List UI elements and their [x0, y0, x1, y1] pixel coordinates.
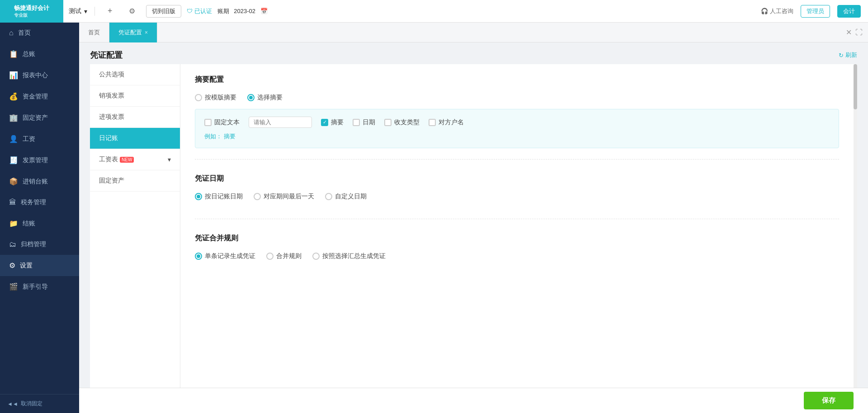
user-btn[interactable]: 管理员: [801, 5, 830, 18]
sidebar-item-label: 固定资产: [23, 114, 48, 122]
sidebar-item-label: 总账: [23, 50, 35, 58]
left-nav-purchase-invoice[interactable]: 进项发票: [90, 107, 180, 128]
sidebar-item-payroll[interactable]: 👤 工资: [0, 128, 79, 150]
headphone-icon: 🎧: [761, 8, 768, 14]
left-nav-fixed-assets[interactable]: 固定资产: [90, 170, 180, 192]
topbar-right: 🎧 人工咨询 管理员 会计: [761, 5, 861, 18]
home-icon: ⌂: [9, 29, 14, 37]
radio-template[interactable]: 按模版摘要: [195, 94, 236, 102]
save-btn[interactable]: 保存: [804, 392, 854, 409]
payroll-icon: 👤: [9, 135, 18, 143]
fixed-text-input[interactable]: [249, 117, 312, 128]
sidebar-item-sales[interactable]: 📦 进销台账: [0, 171, 79, 192]
project-name: 测试: [69, 7, 81, 15]
left-nav-sales-invoice[interactable]: 销项发票: [90, 85, 180, 107]
sidebar-item-label: 报表中心: [23, 71, 48, 80]
scrollbar-track[interactable]: [854, 64, 857, 388]
sidebar-item-guide[interactable]: 🎬 新手引导: [0, 276, 79, 297]
counterpart-label: 对方户名: [439, 118, 464, 127]
left-nav-public[interactable]: 公共选项: [90, 64, 180, 85]
period-display: 账期 2023-02 📅: [217, 7, 268, 15]
calendar-icon[interactable]: 📅: [260, 8, 268, 14]
sidebar-item-home[interactable]: ⌂ 首页: [0, 23, 79, 43]
left-nav: 公共选项 销项发票 进项发票 日记账 工资表 NEW: [90, 64, 180, 388]
refresh-btn[interactable]: ↻ 刷新: [839, 51, 857, 59]
fullscreen-btn[interactable]: ⛶: [855, 28, 863, 37]
logo: 畅捷通好会计 专业版: [0, 0, 63, 23]
checkbox-date[interactable]: 日期: [353, 118, 375, 127]
merge-radio-group: 单条记录生成凭证 合并规则 按照选择汇总生成凭证: [195, 252, 839, 260]
pin-icon: ◄◄: [7, 401, 18, 407]
summary-checkbox[interactable]: ✓: [321, 119, 328, 126]
content-area: 首页 凭证配置 × ✕ ⛶ 凭证配置 ↻ 刷新: [79, 23, 868, 413]
sidebar-item-label: 新手引导: [23, 283, 48, 291]
ledger-icon: 📋: [9, 50, 18, 58]
settings-button[interactable]: ⚙: [123, 5, 141, 17]
sidebar-item-label: 资金管理: [23, 93, 48, 101]
support-btn[interactable]: 🎧 人工咨询: [761, 7, 793, 15]
sidebar-item-archive[interactable]: 🗂 归档管理: [0, 234, 79, 255]
sidebar-item-label: 发票管理: [23, 156, 48, 164]
example-text: 摘要: [224, 133, 236, 140]
sidebar-item-funds[interactable]: 💰 资金管理: [0, 86, 79, 107]
sidebar-item-label: 工资: [23, 135, 35, 143]
radio-single[interactable]: 单条记录生成凭证: [195, 252, 255, 260]
switch-old-btn[interactable]: 切到旧版: [146, 5, 181, 18]
divider: [94, 7, 95, 16]
radio-summary-gen[interactable]: 按照选择汇总生成凭证: [312, 252, 386, 260]
page-header: 凭证配置 ↻ 刷新: [79, 42, 868, 64]
add-button[interactable]: +: [102, 5, 118, 18]
date-label: 日期: [363, 118, 375, 127]
radio-select[interactable]: 选择摘要: [247, 94, 283, 102]
main-layout: ⌂ 首页 📋 总账 📊 报表中心 💰 资金管理 🏢 固定资产 👤 工资: [0, 23, 868, 413]
sidebar-item-ledger[interactable]: 📋 总账: [0, 43, 79, 65]
refresh-icon: ↻: [839, 52, 844, 59]
left-nav-diary[interactable]: 日记账: [90, 128, 180, 149]
radio-period-last[interactable]: 对应期间最后一天: [254, 192, 314, 201]
radio-merge-label: 合并规则: [276, 252, 302, 260]
tab-close-btn[interactable]: ×: [145, 29, 148, 36]
left-nav-payroll[interactable]: 工资表 NEW ▾: [90, 149, 180, 170]
radio-daily-date[interactable]: 按日记账日期: [195, 192, 243, 201]
shield-icon: 🛡: [187, 8, 193, 14]
cancel-fixed-label: 取消固定: [21, 400, 42, 408]
radio-template-label: 按模版摘要: [205, 94, 236, 102]
checkbox-fixed-text[interactable]: 固定文本: [204, 118, 240, 127]
sidebar-item-tax[interactable]: 🏛 税务管理: [0, 192, 79, 213]
sidebar-item-reports[interactable]: 📊 报表中心: [0, 65, 79, 86]
invoice-icon: 🧾: [9, 156, 18, 164]
sidebar-item-invoice[interactable]: 🧾 发票管理: [0, 150, 79, 171]
checkbox-income-type[interactable]: 收支类型: [384, 118, 420, 127]
fixed-text-checkbox[interactable]: [204, 119, 212, 126]
counterpart-checkbox[interactable]: [429, 119, 436, 126]
tax-icon: 🏛: [9, 198, 16, 206]
summary-label: 摘要: [331, 118, 344, 127]
radio-summary-gen-circle: [312, 253, 320, 260]
checkbox-counterpart[interactable]: 对方户名: [429, 118, 464, 127]
scrollbar-thumb[interactable]: [854, 64, 857, 109]
radio-select-circle: [247, 94, 255, 101]
sidebar-item-label: 结账: [23, 220, 35, 228]
report-icon: 📊: [9, 71, 18, 80]
sidebar-item-settings[interactable]: ⚙ 设置: [0, 255, 79, 276]
close-window-btn[interactable]: ✕: [846, 28, 852, 37]
radio-select-label: 选择摘要: [257, 94, 283, 102]
sidebar-item-close[interactable]: 📁 结账: [0, 213, 79, 234]
date-checkbox[interactable]: [353, 119, 360, 126]
tab-voucher-config[interactable]: 凭证配置 ×: [109, 23, 157, 42]
radio-period-circle: [254, 193, 261, 200]
radio-merge[interactable]: 合并规则: [266, 252, 302, 260]
tab-home-label: 首页: [88, 28, 100, 37]
checkbox-summary[interactable]: ✓ 摘要: [321, 118, 344, 127]
tab-home[interactable]: 首页: [79, 23, 109, 42]
cancel-fixed-btn[interactable]: ◄◄ 取消固定: [0, 394, 79, 413]
income-type-checkbox[interactable]: [384, 119, 392, 126]
close-period-icon: 📁: [9, 219, 18, 228]
sidebar-item-label: 进销台账: [23, 178, 48, 186]
example-prefix: 例如：: [204, 133, 222, 140]
refresh-label: 刷新: [845, 51, 857, 59]
radio-custom-date[interactable]: 自定义日期: [325, 192, 367, 201]
role-btn[interactable]: 会计: [837, 5, 861, 18]
sidebar-item-assets[interactable]: 🏢 固定资产: [0, 107, 79, 128]
project-selector[interactable]: 测试 ▾: [69, 7, 87, 15]
